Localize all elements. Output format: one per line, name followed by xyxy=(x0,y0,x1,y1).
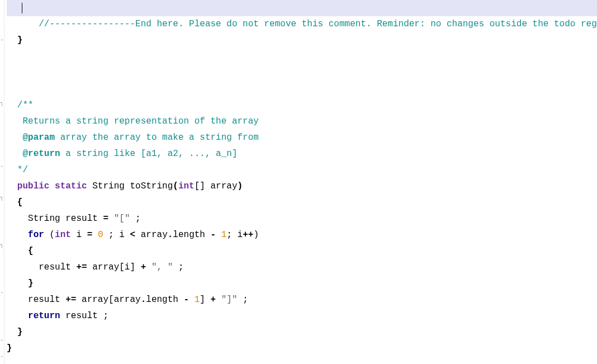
operator: = xyxy=(87,230,93,240)
code-text: i xyxy=(71,230,87,240)
code-line[interactable]: for (int i = 0 ; i < array.length - 1; i… xyxy=(7,227,597,243)
operator: - xyxy=(211,230,216,240)
fold-mark[interactable]: ┐ xyxy=(0,94,4,111)
operator: . xyxy=(141,295,146,305)
string-literal: "[" xyxy=(114,214,130,224)
number-literal: 1 xyxy=(221,230,227,240)
code-text: array xyxy=(135,230,168,240)
brace: { xyxy=(28,246,34,256)
identifier: [] array xyxy=(195,181,238,191)
code-line[interactable]: @param array the array to make a string … xyxy=(7,130,597,146)
identifier: String toString xyxy=(92,181,173,191)
code-text: ; xyxy=(238,295,248,305)
code-text xyxy=(7,197,17,207)
code-line-blank[interactable] xyxy=(7,65,597,81)
code-text: result xyxy=(39,262,76,272)
code-text xyxy=(7,149,23,159)
fold-mark[interactable]: - xyxy=(0,31,4,48)
code-line[interactable]: } xyxy=(7,324,597,341)
code-line[interactable]: @return a string like [a1, a2, ..., a_n] xyxy=(7,146,597,162)
code-line[interactable]: } xyxy=(7,276,597,292)
keyword: return xyxy=(28,311,60,321)
code-line[interactable]: /** xyxy=(7,97,597,114)
operator: . xyxy=(168,230,173,240)
operator: ++ xyxy=(243,230,253,240)
operator: = xyxy=(103,214,108,224)
fold-mark[interactable]: - xyxy=(0,158,4,174)
code-text xyxy=(7,181,17,191)
code-text xyxy=(146,262,151,272)
operator: + xyxy=(141,262,146,272)
fold-mark[interactable]: ┐ xyxy=(0,237,4,253)
fold-mark[interactable]: - xyxy=(0,284,4,300)
keyword: static xyxy=(49,181,92,191)
brace: } xyxy=(28,278,34,289)
code-text xyxy=(216,230,221,240)
operator: + xyxy=(211,295,216,305)
code-line[interactable]: //----------------End here. Please do no… xyxy=(7,16,597,32)
javadoc-text: a string like [a1, a2, ..., a_n] xyxy=(60,149,238,159)
code-text: ; i xyxy=(226,230,243,240)
brace: } xyxy=(7,343,12,353)
javadoc-start: /** xyxy=(17,100,34,110)
code-text: ; xyxy=(130,214,140,224)
code-line[interactable]: } xyxy=(7,32,597,49)
code-text xyxy=(7,100,17,110)
keyword: int xyxy=(55,230,71,240)
code-line[interactable]: { xyxy=(7,243,597,259)
code-text: ; xyxy=(173,262,183,272)
code-text xyxy=(7,230,28,240)
code-text: ; i xyxy=(103,230,130,240)
string-literal: "]" xyxy=(221,295,238,305)
fold-mark[interactable]: - xyxy=(0,332,4,348)
code-text xyxy=(7,133,23,143)
javadoc-end: */ xyxy=(17,165,28,175)
operator: += xyxy=(65,295,76,305)
operator: - xyxy=(184,295,189,305)
text-cursor xyxy=(22,3,22,13)
number-literal: 1 xyxy=(195,295,200,305)
code-text xyxy=(7,246,28,256)
code-line[interactable]: Returns a string representation of the a… xyxy=(7,114,597,130)
code-text xyxy=(7,116,23,126)
code-line-blank[interactable] xyxy=(7,81,597,97)
javadoc-tag: @return xyxy=(22,149,60,159)
fold-mark[interactable]: - xyxy=(0,348,4,364)
code-line[interactable]: String result = "[" ; xyxy=(7,211,597,227)
code-line[interactable]: } xyxy=(7,341,597,357)
operator: += xyxy=(76,262,87,272)
code-line[interactable]: */ xyxy=(7,162,597,178)
code-text xyxy=(7,311,28,321)
code-line[interactable]: result += array[i] + ", " ; xyxy=(7,259,597,276)
code-text xyxy=(92,230,98,240)
code-text: length xyxy=(173,230,210,240)
javadoc-text: array the array to make a string from xyxy=(55,133,259,143)
code-text xyxy=(7,214,28,224)
number-literal: 0 xyxy=(98,230,103,240)
code-text: String result xyxy=(28,214,103,224)
code-line[interactable]: { xyxy=(7,195,597,211)
code-text xyxy=(7,278,28,289)
code-line[interactable]: result += array[array.length - 1] + "]" … xyxy=(7,292,597,308)
code-line[interactable]: return result ; xyxy=(7,308,597,324)
keyword: int xyxy=(178,181,195,191)
keyword: for xyxy=(28,230,44,240)
code-text xyxy=(7,3,28,13)
code-text xyxy=(7,19,39,29)
code-editor[interactable]: //----------------End here. Please do no… xyxy=(4,0,597,364)
fold-mark[interactable]: ┐ xyxy=(0,189,4,205)
code-line[interactable]: public static String toString(int[] arra… xyxy=(7,178,597,195)
code-text xyxy=(7,262,39,272)
code-text xyxy=(108,214,114,224)
operator: < xyxy=(130,230,136,240)
brace: } xyxy=(17,35,23,45)
paren: ) xyxy=(238,181,243,191)
code-text xyxy=(7,165,17,175)
code-line-current[interactable] xyxy=(7,0,597,16)
code-text: ) xyxy=(253,230,259,240)
paren: ( xyxy=(173,181,178,191)
code-text: result xyxy=(28,295,65,305)
brace: } xyxy=(17,327,23,337)
code-line-blank[interactable] xyxy=(7,49,597,65)
javadoc-tag: @param xyxy=(22,133,55,143)
